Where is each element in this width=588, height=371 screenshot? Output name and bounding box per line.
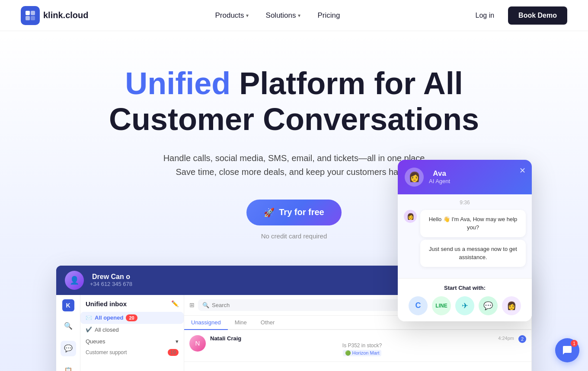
chat-time: 9:36 [404,200,526,206]
nav-solutions[interactable]: Solutions ▾ [259,8,307,23]
products-chevron-icon: ▾ [246,13,249,19]
tab-unassigned[interactable]: Unassigned [184,316,228,330]
svg-rect-1 [31,11,35,15]
message-item[interactable]: N Natali Craig 4:24pm Is P352 in stock? … [184,330,531,362]
caller-name: Drew Can o [90,273,132,281]
channel-icon-agent[interactable]: 👩 [502,296,521,315]
inbox-title-text: Unified inbox [86,300,127,308]
all-closed-label: All closed [95,327,119,333]
logo-link[interactable]: klink.cloud [21,6,88,25]
message-count-badge: 2 [518,335,526,343]
svg-rect-2 [26,16,30,20]
message-source-text: Horizon Mart [352,350,380,355]
nav-pricing-label: Pricing [318,11,340,20]
all-opened-label: All opened [95,314,123,321]
chat-message-row: 👩 Hello 👋 I'm Ava, How may we help you? … [404,210,526,270]
chat-close-button[interactable]: ✕ [519,166,526,175]
message-time: 4:24pm [498,336,514,341]
rocket-icon: 🚀 [264,207,275,218]
chat-agent-info: Ava AI Agent [429,169,450,184]
chat-agent-role: AI Agent [429,178,450,184]
tab-mine[interactable]: Mine [228,316,254,330]
sidebar-inbox-icon[interactable]: 💬 [61,341,76,356]
no-card-text: No credit card required [261,232,327,240]
channel-icon-line[interactable]: LINE [432,296,451,315]
customer-support-count: 19 [168,349,179,356]
nav-solutions-label: Solutions [266,11,296,20]
message-preview: Is P352 in stock? [210,342,514,349]
caller-avatar: 👤 [65,271,84,290]
hero-sub-line2: Save time, close more deals, and keep yo… [176,167,412,177]
sidebar-search-icon[interactable]: 🔍 [61,318,76,334]
sidebar-mini: K 🔍 💬 📋 [56,295,80,371]
chat-messages-stack: Hello 👋 I'm Ava, How may we help you? Ju… [420,210,526,270]
message-sender-name: Natali Craig [210,335,241,342]
channel-icon-c[interactable]: C [409,296,428,315]
chat-msg-2: Just send us a message now to get assist… [420,240,526,267]
hero-title: Unified Platform for All Customer Conver… [99,66,489,137]
nav-products[interactable]: Products ▾ [208,8,255,23]
opened-count-badge: 20 [126,314,137,321]
channel-icon-whatsapp[interactable]: 💬 [479,296,498,315]
hero-title-highlight: Unified [125,66,230,101]
message-content: Natali Craig 4:24pm Is P352 in stock? 🟢 … [210,335,514,356]
svg-rect-0 [26,11,30,15]
channel-icon-telegram[interactable]: ✈ [455,296,474,315]
all-closed-filter[interactable]: ✔️ All closed [80,324,184,336]
all-opened-filter[interactable]: ✉️ All opened 20 [80,312,184,324]
queues-chevron-icon: ▾ [176,338,179,345]
message-avatar: N [189,335,206,352]
chat-agent-avatar: 👩 [405,168,424,187]
chat-channels: C LINE ✈ 💬 👩 [405,296,525,315]
queues-row[interactable]: Queues ▾ [80,336,184,347]
try-free-button[interactable]: 🚀 Try for free [246,200,341,225]
start-chat-label: Start Chat with: [405,285,525,291]
chat-msg-1: Hello 👋 I'm Ava, How may we help you? [420,210,526,237]
customer-support-row[interactable]: Customer support 19 [80,347,184,358]
inbox-title-row: Unified inbox ✏️ [80,300,184,312]
chat-body: 9:36 👩 Hello 👋 I'm Ava, How may we help … [398,194,532,278]
chat-agent-name: Ava [429,169,450,178]
chat-float-button[interactable]: 1 [555,338,579,362]
check-icon: ✔️ [86,327,92,333]
logo-icon [21,6,40,25]
svg-rect-3 [31,16,35,20]
chat-footer: Start Chat with: C LINE ✈ 💬 👩 [398,278,532,321]
try-free-label: Try for free [279,207,324,217]
nav-right: Log in Book Demo [467,6,568,25]
customer-support-label: Customer support [86,349,127,355]
caller-info: Drew Can o +34 612 345 678 [90,273,132,287]
navbar: klink.cloud Products ▾ Solutions ▾ Prici… [0,0,588,31]
solutions-chevron-icon: ▾ [298,13,300,19]
hero-section: Unified Platform for All Customer Conver… [0,31,588,371]
hero-sub-line1: Handle calls, social media, SMS, email, … [163,153,425,163]
nav-products-label: Products [215,11,244,20]
grid-icon[interactable]: ⊞ [189,301,195,308]
envelope-icon: ✉️ [86,315,92,321]
chat-widget: 👩 Ava AI Agent ✕ 9:36 👩 Hello 👋 I'm Ava,… [398,160,532,321]
app-logo-small: K [62,299,74,311]
nav-center: Products ▾ Solutions ▾ Pricing [208,8,347,23]
logo-text: klink.cloud [43,10,88,20]
tab-other[interactable]: Other [254,316,282,330]
message-source: 🟢 Horizon Mart [343,350,382,356]
whatsapp-icon: 🟢 [345,350,351,356]
caller-phone: +34 612 345 678 [90,281,132,287]
chat-float-badge: 1 [571,340,578,347]
call-bar-left: 👤 Drew Can o +34 612 345 678 [65,271,132,290]
queues-label: Queues [86,338,105,345]
app-preview: 👤 Drew Can o +34 612 345 678 Ringing K 🔍 [56,266,532,371]
compose-icon[interactable]: ✏️ [171,300,179,307]
nav-pricing[interactable]: Pricing [311,8,347,23]
book-demo-button[interactable]: Book Demo [508,6,567,25]
login-button[interactable]: Log in [467,7,503,24]
sidebar-tickets-icon[interactable]: 📋 [61,363,76,371]
chat-bot-avatar: 👩 [404,210,417,223]
message-header: Natali Craig 4:24pm [210,335,514,342]
search-icon: 🔍 [202,302,209,308]
inbox-sidebar: Unified inbox ✏️ ✉️ All opened 20 ✔️ All… [80,295,184,371]
chat-widget-header: 👩 Ava AI Agent ✕ [398,160,532,194]
